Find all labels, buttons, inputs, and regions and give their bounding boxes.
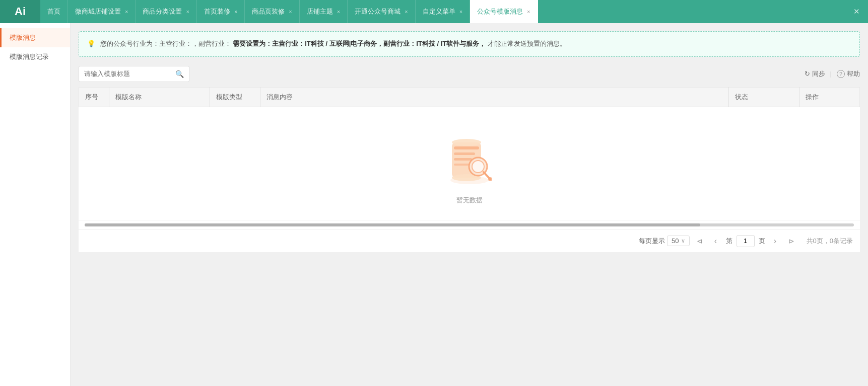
help-button[interactable]: ? 帮助 <box>837 69 860 79</box>
notice-prefix: 您的公众号行业为：主营行业：，副营行业： <box>100 40 231 47</box>
toolbar-row: 🔍 ↻ 同步 | ? 帮助 <box>79 66 860 82</box>
next-page-button[interactable]: › <box>769 235 781 247</box>
empty-icon <box>442 132 497 188</box>
nav-tab-shop-settings[interactable]: 微商城店铺设置× <box>68 0 136 23</box>
search-icon[interactable]: 🔍 <box>175 70 184 78</box>
prev-page-button[interactable]: ‹ <box>710 235 722 247</box>
nav-tab-product-decoration[interactable]: 商品页装修× <box>245 0 299 23</box>
search-input[interactable] <box>84 70 175 78</box>
search-box: 🔍 <box>79 66 189 82</box>
toolbar-right: ↻ 同步 | ? 帮助 <box>805 69 860 79</box>
per-page-dropdown[interactable]: 50 ∨ <box>667 236 689 246</box>
close-tab-home-decoration[interactable]: × <box>234 9 237 15</box>
per-page-value: 50 <box>672 237 679 245</box>
close-tab-custom-menu[interactable]: × <box>459 9 462 15</box>
close-tab-template-message[interactable]: × <box>527 9 530 15</box>
close-tab-shop-theme[interactable]: × <box>337 9 340 15</box>
col-header-name: 模版名称 <box>109 87 210 107</box>
main-layout: 模版消息模版消息记录 💡 您的公众号行业为：主营行业：，副营行业： 需要设置为：… <box>0 23 868 386</box>
help-circle-icon: ? <box>837 70 845 78</box>
col-header-status: 状态 <box>729 87 799 107</box>
sync-label: 同步 <box>812 69 825 79</box>
first-page-button[interactable]: ⊲ <box>694 235 706 247</box>
scroll-bar-row <box>79 220 860 229</box>
svg-point-11 <box>488 177 492 181</box>
per-page-label: 每页显示 <box>639 237 665 246</box>
close-all-tabs-button[interactable]: ✕ <box>845 7 868 16</box>
pagination-row: 每页显示 50 ∨ ⊲ ‹ 第 页 › ⊳ 共0页，0条记录 <box>79 229 860 252</box>
notice-box: 💡 您的公众号行业为：主营行业：，副营行业： 需要设置为：主营行业：IT科技 /… <box>79 31 860 57</box>
empty-state-container: 暂无数据 <box>79 107 860 220</box>
close-tab-open-wechat-mall[interactable]: × <box>405 9 408 15</box>
svg-rect-5 <box>454 164 469 166</box>
nav-tabs: 首页微商城店铺设置×商品分类设置×首页装修×商品页装修×店铺主题×开通公众号商城… <box>40 0 845 23</box>
page-prefix-label: 第 <box>726 237 732 246</box>
help-label: 帮助 <box>847 69 860 79</box>
sidebar-item-template-message[interactable]: 模版消息 <box>0 28 70 47</box>
per-page-select: 每页显示 50 ∨ <box>639 236 689 246</box>
bulb-icon: 💡 <box>87 40 95 47</box>
col-header-action: 操作 <box>799 87 860 107</box>
col-header-index: 序号 <box>79 87 109 107</box>
page-number-input[interactable] <box>737 235 755 247</box>
top-nav: Ai 首页微商城店铺设置×商品分类设置×首页装修×商品页装修×店铺主题×开通公众… <box>0 0 868 23</box>
empty-text: 暂无数据 <box>456 196 483 205</box>
nav-tab-custom-menu[interactable]: 自定义菜单× <box>416 0 470 23</box>
toolbar-divider: | <box>830 70 832 78</box>
nav-tab-category-settings[interactable]: 商品分类设置× <box>136 0 196 23</box>
scrollbar-thumb[interactable] <box>85 223 700 226</box>
sync-button[interactable]: ↻ 同步 <box>805 69 825 79</box>
notice-suffix: 才能正常发送预置的消息。 <box>488 40 566 47</box>
total-info: 共0页，0条记录 <box>807 237 853 246</box>
sync-icon: ↻ <box>805 70 810 78</box>
data-table: 序号模版名称模版类型消息内容状态操作 <box>79 87 860 107</box>
nav-tab-home-decoration[interactable]: 首页装修× <box>197 0 245 23</box>
sidebar: 模版消息模版消息记录 <box>0 23 71 386</box>
nav-tab-shop-theme[interactable]: 店铺主题× <box>300 0 348 23</box>
svg-rect-2 <box>454 146 479 149</box>
svg-rect-3 <box>454 152 475 155</box>
close-tab-shop-settings[interactable]: × <box>125 9 128 15</box>
svg-point-6 <box>452 139 481 146</box>
app-logo: Ai <box>0 0 40 23</box>
nav-tab-home[interactable]: 首页 <box>40 0 68 23</box>
notice-highlight: 需要设置为：主营行业：IT科技 / 互联网|电子商务，副营行业：IT科技 / I… <box>233 40 486 47</box>
col-header-content: 消息内容 <box>260 87 729 107</box>
content-area: 💡 您的公众号行业为：主营行业：，副营行业： 需要设置为：主营行业：IT科技 /… <box>71 23 868 386</box>
close-tab-category-settings[interactable]: × <box>186 9 189 15</box>
col-header-type: 模版类型 <box>210 87 260 107</box>
svg-rect-4 <box>454 158 472 161</box>
last-page-button[interactable]: ⊳ <box>785 235 797 247</box>
sidebar-item-template-message-log[interactable]: 模版消息记录 <box>0 47 70 66</box>
svg-point-9 <box>472 161 484 173</box>
chevron-down-icon: ∨ <box>681 238 685 244</box>
page-suffix-label: 页 <box>759 237 765 246</box>
horizontal-scrollbar[interactable] <box>85 223 854 226</box>
close-tab-product-decoration[interactable]: × <box>289 9 292 15</box>
nav-tab-open-wechat-mall[interactable]: 开通公众号商城× <box>348 0 415 23</box>
empty-state: 暂无数据 <box>79 107 860 220</box>
nav-tab-template-message[interactable]: 公众号模版消息× <box>470 0 538 23</box>
